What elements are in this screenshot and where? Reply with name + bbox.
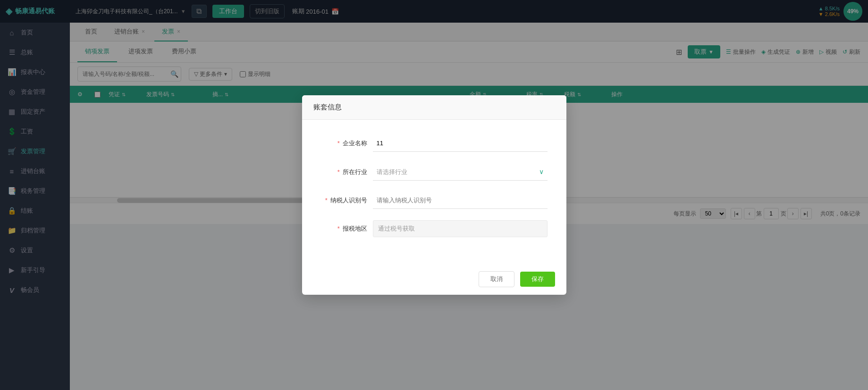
modal-title: 账套信息 bbox=[302, 95, 566, 120]
tax-id-input[interactable] bbox=[373, 192, 548, 209]
modal-footer: 取消 保存 bbox=[302, 264, 566, 295]
industry-row: * 所在行业 请选择行业 ∨ bbox=[321, 163, 548, 181]
industry-select[interactable]: 请选择行业 bbox=[373, 163, 548, 180]
save-button[interactable]: 保存 bbox=[520, 272, 555, 287]
tax-id-label: * 纳税人识别号 bbox=[321, 196, 373, 205]
company-name-row: * 企业名称 bbox=[321, 135, 548, 152]
modal-overlay: 账套信息 * 企业名称 * 所在行业 请选择行业 bbox=[0, 0, 868, 390]
tax-region-display: 通过税号获取 bbox=[373, 220, 548, 237]
company-name-label: * 企业名称 bbox=[321, 139, 373, 148]
modal-body: * 企业名称 * 所在行业 请选择行业 ∨ bbox=[302, 120, 566, 264]
account-info-modal: 账套信息 * 企业名称 * 所在行业 请选择行业 bbox=[302, 95, 566, 295]
tax-id-row: * 纳税人识别号 bbox=[321, 192, 548, 209]
industry-label: * 所在行业 bbox=[321, 168, 373, 176]
cancel-button[interactable]: 取消 bbox=[479, 271, 514, 287]
required-star: * bbox=[337, 140, 340, 147]
required-star: * bbox=[325, 197, 328, 204]
company-name-input[interactable] bbox=[373, 135, 548, 152]
required-star: * bbox=[337, 168, 340, 175]
tax-region-label: * 报税地区 bbox=[321, 224, 373, 233]
industry-select-wrapper: 请选择行业 ∨ bbox=[373, 163, 548, 181]
required-star: * bbox=[337, 225, 340, 232]
tax-region-row: * 报税地区 通过税号获取 bbox=[321, 220, 548, 237]
